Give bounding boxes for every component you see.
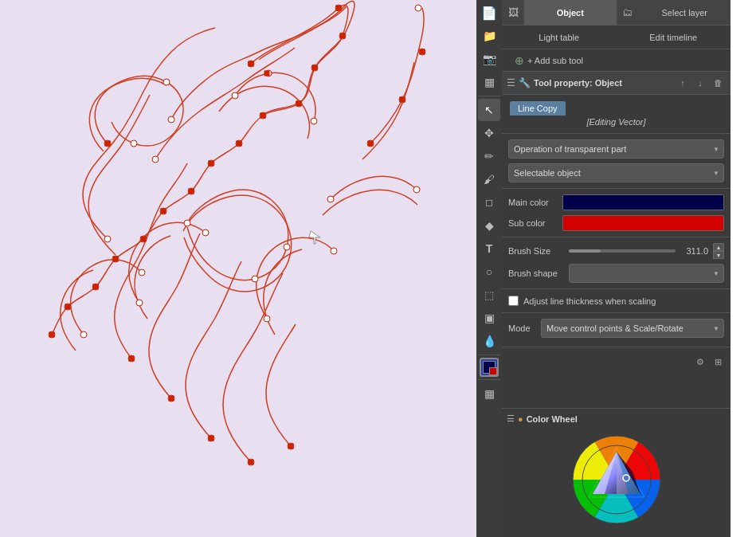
svg-rect-54 xyxy=(113,257,118,261)
selectable-object-select[interactable]: Selectable object xyxy=(508,163,724,182)
property-title: Tool property: Object xyxy=(534,78,622,88)
brush-shape-select[interactable] xyxy=(569,264,724,283)
svg-point-41 xyxy=(331,248,337,254)
tool-camera[interactable]: 📷 xyxy=(478,48,500,70)
color-wheel-header: ☰ ● Color Wheel xyxy=(502,412,731,425)
edit-timeline-tab[interactable]: Edit timeline xyxy=(617,25,731,49)
tool-eraser[interactable]: ◻ xyxy=(478,191,500,214)
svg-marker-69 xyxy=(309,231,320,244)
panel-icon-left[interactable]: 🖼 xyxy=(502,0,524,25)
adjust-line-label: Adjust line thickness when scaling xyxy=(523,296,656,306)
adjust-line-row: Adjust line thickness when scaling xyxy=(502,292,731,309)
main-color-swatch[interactable] xyxy=(562,194,724,210)
delete-settings-btn[interactable]: 🗑 xyxy=(710,75,726,91)
svg-point-43 xyxy=(139,269,145,276)
svg-point-15 xyxy=(168,116,174,123)
svg-point-36 xyxy=(327,196,334,202)
brush-size-label: Brush Size xyxy=(508,246,564,256)
main-color-label: Main color xyxy=(508,198,556,207)
mode-label: Mode xyxy=(508,323,536,333)
svg-rect-44 xyxy=(336,6,341,10)
plus-circle-icon: ⊕ xyxy=(515,54,524,67)
editing-vector-label: [Editing Vector] xyxy=(502,116,731,130)
mode-wrapper: Move control points & Scale/Rotate xyxy=(541,319,724,338)
svg-rect-50 xyxy=(209,161,213,166)
left-toolbar: 📄 📁 📷 ▦ ↖ ✥ ✏ 🖌 ◻ ◆ T ○ ⬚ ▣ 💧 ▦ xyxy=(476,0,502,537)
svg-point-40 xyxy=(264,316,270,322)
add-sub-tool-btn[interactable]: ⊕ + Add sub tool xyxy=(508,51,590,70)
svg-point-27 xyxy=(184,220,190,226)
tool-select-area[interactable]: ⬚ xyxy=(478,284,500,306)
tool-move[interactable]: ✥ xyxy=(478,122,500,144)
brush-size-value: 311.0 xyxy=(680,246,708,256)
svg-rect-46 xyxy=(312,65,317,70)
svg-rect-64 xyxy=(209,436,213,441)
adjust-line-checkbox[interactable] xyxy=(508,296,519,306)
tool-color-main[interactable] xyxy=(480,358,499,377)
svg-rect-59 xyxy=(368,141,373,146)
color-wheel-svg[interactable] xyxy=(569,432,664,527)
extra-btn-1[interactable]: ⚙ xyxy=(692,354,708,370)
add-sub-tool-row: ⊕ + Add sub tool xyxy=(502,49,731,72)
tool-shape[interactable]: ○ xyxy=(478,261,500,283)
svg-rect-62 xyxy=(129,356,134,361)
tool-folder[interactable]: 📁 xyxy=(478,25,500,47)
tab-row: Line Copy xyxy=(502,95,731,116)
svg-point-28 xyxy=(284,244,290,250)
sub-color-swatch[interactable] xyxy=(562,215,724,231)
tool-gradient[interactable]: ▣ xyxy=(478,307,500,329)
import-settings-btn[interactable]: ↓ xyxy=(692,75,708,91)
property-icon-group: ↑ ↓ 🗑 xyxy=(675,75,726,91)
light-table-tab[interactable]: Light table xyxy=(502,25,617,49)
svg-rect-66 xyxy=(288,444,293,449)
brush-size-slider[interactable] xyxy=(569,249,676,253)
extra-btn-2[interactable]: ⊞ xyxy=(710,354,726,370)
svg-point-31 xyxy=(131,140,137,147)
object-tab[interactable]: Object xyxy=(524,0,617,25)
svg-point-39 xyxy=(202,229,209,236)
export-settings-btn[interactable]: ↑ xyxy=(675,75,691,91)
mode-select[interactable]: Move control points & Scale/Rotate xyxy=(541,319,724,338)
svg-rect-61 xyxy=(420,49,425,54)
select-icon: 🗂 xyxy=(622,6,633,18)
brush-size-row: Brush Size 311.0 ▲ ▼ xyxy=(502,241,731,261)
svg-point-42 xyxy=(80,331,87,338)
select-layer-tab[interactable]: Select layer xyxy=(639,0,731,25)
property-header: ☰ 🔧 Tool property: Object ↑ ↓ 🗑 xyxy=(502,72,731,95)
svg-rect-51 xyxy=(189,189,194,194)
color-wheel-container[interactable] xyxy=(502,425,731,534)
selectable-object-row: Selectable object xyxy=(502,161,731,185)
svg-rect-58 xyxy=(249,61,253,66)
tool-extra[interactable]: ▦ xyxy=(478,382,500,405)
svg-rect-47 xyxy=(296,101,301,106)
tool-new[interactable]: 📄 xyxy=(478,2,500,24)
svg-point-16 xyxy=(152,156,159,163)
right-panel: 🖼 Object 🗂 Select layer Light table Edit… xyxy=(502,0,731,537)
main-color-row: Main color xyxy=(502,192,731,213)
tool-eyedropper[interactable]: 💧 xyxy=(478,330,500,352)
sub-color-row: Sub color xyxy=(502,213,731,233)
tool-text[interactable]: T xyxy=(478,237,500,260)
tool-cursor[interactable]: ↖ xyxy=(478,99,500,121)
svg-rect-56 xyxy=(65,304,70,309)
brush-size-down-btn[interactable]: ▼ xyxy=(713,251,724,259)
svg-rect-55 xyxy=(93,284,98,289)
line-copy-tab[interactable]: Line Copy xyxy=(510,101,566,116)
tool-fill[interactable]: ◆ xyxy=(478,214,500,237)
extra-icon-1: ⚙ xyxy=(696,357,704,367)
extra-icon-2: ⊞ xyxy=(715,357,722,367)
svg-point-21 xyxy=(415,5,421,11)
operation-transparent-wrapper: Operation of transparent part xyxy=(508,139,724,159)
tool-layers[interactable]: ▦ xyxy=(478,71,500,93)
tool-pen[interactable]: ✏ xyxy=(478,145,500,167)
selectable-object-wrapper: Selectable object xyxy=(508,163,724,182)
panel-icon-right[interactable]: 🗂 xyxy=(617,0,639,25)
tool-brush[interactable]: 🖌 xyxy=(478,168,500,190)
import-icon: ↓ xyxy=(698,78,703,88)
extra-icons-row: ⚙ ⊞ xyxy=(502,351,731,373)
sub-color-label: Sub color xyxy=(508,218,556,228)
operation-transparent-select[interactable]: Operation of transparent part xyxy=(508,139,724,159)
color-wheel-dot-icon: ● xyxy=(518,414,523,424)
brush-size-up-btn[interactable]: ▲ xyxy=(713,243,724,251)
svg-point-32 xyxy=(163,79,170,85)
